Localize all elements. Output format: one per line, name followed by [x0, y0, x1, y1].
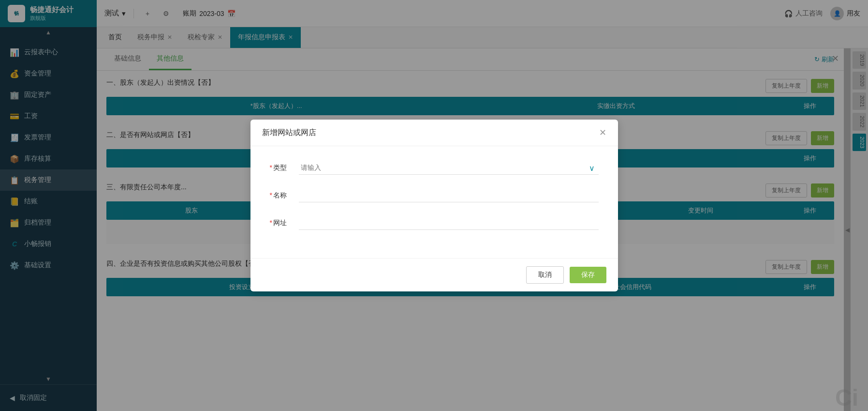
name-input[interactable] — [299, 188, 599, 202]
name-field — [299, 188, 599, 202]
type-input[interactable] — [299, 161, 599, 175]
form-row-type: *类型 ∨ — [270, 161, 599, 175]
form-row-name: *名称 — [270, 188, 599, 202]
save-button[interactable]: 保存 — [570, 267, 606, 283]
cancel-button[interactable]: 取消 — [526, 266, 564, 284]
type-label: *类型 — [270, 164, 299, 172]
url-field — [299, 216, 599, 230]
dialog-footer: 取消 保存 — [250, 258, 618, 291]
type-field: ∨ — [299, 161, 599, 175]
url-label: *网址 — [270, 219, 299, 228]
name-label: *名称 — [270, 191, 299, 200]
url-input[interactable] — [299, 216, 599, 230]
dialog-header: 新增网站或网店 ✕ — [250, 120, 618, 146]
dialog-overlay: 新增网站或网店 ✕ *类型 ∨ *名称 — [0, 0, 868, 411]
dialog-close-button[interactable]: ✕ — [599, 127, 606, 138]
dialog-title: 新增网站或网店 — [262, 128, 316, 138]
dialog: 新增网站或网店 ✕ *类型 ∨ *名称 — [250, 120, 618, 291]
form-row-url: *网址 — [270, 216, 599, 230]
dialog-body: *类型 ∨ *名称 *网址 — [250, 146, 618, 258]
